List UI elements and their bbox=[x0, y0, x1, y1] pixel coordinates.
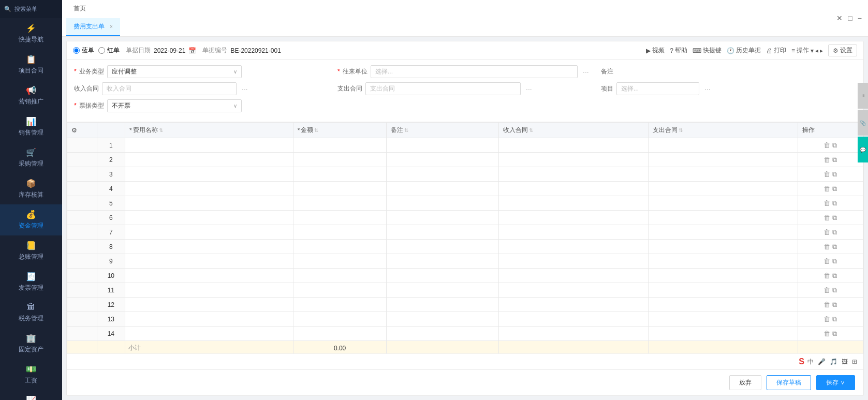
row-amount-10[interactable] bbox=[293, 269, 387, 283]
delete-icon-9[interactable]: 🗑 bbox=[823, 257, 830, 265]
partner-more-btn[interactable]: ··· bbox=[583, 68, 589, 76]
row-note-7[interactable] bbox=[387, 225, 499, 240]
row-expense-8[interactable] bbox=[648, 240, 798, 254]
row-income-14[interactable] bbox=[498, 327, 648, 341]
delete-icon-14[interactable]: 🗑 bbox=[823, 330, 830, 337]
row-income-7[interactable] bbox=[498, 225, 648, 240]
row-note-4[interactable] bbox=[387, 182, 499, 196]
copy-icon-6[interactable]: ⧉ bbox=[832, 214, 837, 222]
row-income-2[interactable] bbox=[498, 153, 648, 167]
row-expense-1[interactable] bbox=[648, 138, 798, 153]
radio-red[interactable]: 红单 bbox=[98, 46, 120, 55]
sidebar-item-quick-nav[interactable]: ⚡快捷导航 bbox=[0, 18, 62, 49]
brand-tool-2[interactable]: 🎤 bbox=[818, 358, 826, 365]
row-amount-6[interactable] bbox=[293, 211, 387, 225]
right-edge-btn-2[interactable]: 📎 bbox=[858, 110, 868, 136]
sidebar-item-tax-mgmt[interactable]: 🏛税务管理 bbox=[0, 298, 62, 328]
row-amount-5[interactable] bbox=[293, 196, 387, 211]
tab-expense[interactable]: 费用支出单× bbox=[66, 18, 120, 36]
invoice-type-input[interactable]: 不开票 ∨ bbox=[107, 99, 242, 112]
row-amount-13[interactable] bbox=[293, 312, 387, 327]
calendar-icon[interactable]: 📅 bbox=[188, 47, 196, 54]
print-btn[interactable]: 🖨 打印 bbox=[766, 46, 786, 55]
copy-icon-12[interactable]: ⧉ bbox=[832, 301, 837, 309]
row-expense-name-3[interactable] bbox=[125, 167, 293, 182]
row-expense-name-8[interactable] bbox=[125, 240, 293, 254]
sidebar-item-project-contract[interactable]: 📋项目合同 bbox=[0, 49, 62, 80]
sidebar-item-purchase-mgmt[interactable]: 🛒采购管理 bbox=[0, 142, 62, 173]
row-note-10[interactable] bbox=[387, 269, 499, 283]
right-edge-btn-3[interactable]: 💬 bbox=[858, 137, 868, 162]
shortcut-btn[interactable]: ⌨ 快捷键 bbox=[693, 46, 722, 55]
sidebar-item-sales-promo[interactable]: 📢营销推广 bbox=[0, 80, 62, 111]
tab-close-expense[interactable]: × bbox=[110, 24, 113, 29]
brand-tool-1[interactable]: 中 bbox=[807, 358, 814, 366]
project-more-btn[interactable]: ··· bbox=[704, 85, 711, 93]
th-settings[interactable]: ⚙ bbox=[67, 123, 97, 138]
brand-tool-4[interactable]: 🖼 bbox=[842, 358, 848, 365]
row-expense-11[interactable] bbox=[648, 283, 798, 298]
copy-icon-3[interactable]: ⧉ bbox=[832, 170, 837, 179]
copy-icon-8[interactable]: ⧉ bbox=[832, 243, 837, 251]
row-amount-1[interactable] bbox=[293, 138, 387, 153]
row-expense-5[interactable] bbox=[648, 196, 798, 211]
radio-blue[interactable]: 蓝单 bbox=[73, 46, 94, 55]
delete-icon-3[interactable]: 🗑 bbox=[823, 170, 830, 178]
project-input[interactable]: 选择... bbox=[616, 82, 699, 95]
delete-icon-5[interactable]: 🗑 bbox=[823, 199, 830, 207]
income-contract-input[interactable]: 收入合同 bbox=[102, 82, 237, 95]
sidebar-item-payroll[interactable]: 💵工资 bbox=[0, 359, 62, 390]
row-amount-12[interactable] bbox=[293, 298, 387, 312]
row-expense-name-2[interactable] bbox=[125, 153, 293, 167]
save-draft-button[interactable]: 保存草稿 bbox=[767, 375, 811, 390]
copy-icon-7[interactable]: ⧉ bbox=[832, 228, 837, 236]
row-note-1[interactable] bbox=[387, 138, 499, 153]
row-expense-name-1[interactable] bbox=[125, 138, 293, 153]
help-btn[interactable]: ? 帮助 bbox=[670, 46, 687, 55]
row-expense-name-9[interactable] bbox=[125, 254, 293, 269]
window-max-button[interactable]: □ bbox=[846, 13, 854, 23]
right-edge-btn-1[interactable]: ≡ bbox=[858, 83, 868, 109]
row-amount-4[interactable] bbox=[293, 182, 387, 196]
row-expense-7[interactable] bbox=[648, 225, 798, 240]
copy-icon-1[interactable]: ⧉ bbox=[832, 141, 837, 150]
delete-icon-11[interactable]: 🗑 bbox=[823, 286, 830, 294]
row-amount-7[interactable] bbox=[293, 225, 387, 240]
row-note-13[interactable] bbox=[387, 312, 499, 327]
row-amount-8[interactable] bbox=[293, 240, 387, 254]
row-note-2[interactable] bbox=[387, 153, 499, 167]
row-note-9[interactable] bbox=[387, 254, 499, 269]
sidebar-item-capital-mgmt[interactable]: 💰资金管理 bbox=[0, 204, 62, 235]
copy-icon-13[interactable]: ⧉ bbox=[832, 315, 837, 323]
delete-icon-13[interactable]: 🗑 bbox=[823, 315, 830, 323]
delete-icon-1[interactable]: 🗑 bbox=[823, 141, 830, 149]
discard-button[interactable]: 放弃 bbox=[729, 375, 761, 390]
row-amount-14[interactable] bbox=[293, 327, 387, 341]
expense-contract-more-btn[interactable]: ··· bbox=[526, 85, 532, 93]
video-btn[interactable]: ▶ 视频 bbox=[646, 46, 665, 55]
copy-icon-5[interactable]: ⧉ bbox=[832, 199, 837, 208]
income-contract-more-btn[interactable]: ··· bbox=[242, 85, 248, 93]
row-expense-10[interactable] bbox=[648, 269, 798, 283]
brand-tool-5[interactable]: ⊞ bbox=[852, 358, 857, 365]
row-expense-3[interactable] bbox=[648, 167, 798, 182]
row-note-5[interactable] bbox=[387, 196, 499, 211]
sort-icon[interactable]: ⇅ bbox=[679, 127, 683, 133]
row-expense-name-13[interactable] bbox=[125, 312, 293, 327]
row-note-3[interactable] bbox=[387, 167, 499, 182]
delete-icon-2[interactable]: 🗑 bbox=[823, 156, 830, 164]
sidebar-item-sales-mgmt[interactable]: 📊销售管理 bbox=[0, 111, 62, 142]
copy-icon-10[interactable]: ⧉ bbox=[832, 272, 837, 280]
row-note-8[interactable] bbox=[387, 240, 499, 254]
row-expense-6[interactable] bbox=[648, 211, 798, 225]
row-expense-name-6[interactable] bbox=[125, 211, 293, 225]
ops-btn[interactable]: ≡ 操作 ▾ ◂ ▸ bbox=[791, 46, 823, 55]
save-button[interactable]: 保存 ∨ bbox=[816, 375, 855, 390]
row-income-3[interactable] bbox=[498, 167, 648, 182]
row-amount-3[interactable] bbox=[293, 167, 387, 182]
row-income-1[interactable] bbox=[498, 138, 648, 153]
delete-icon-8[interactable]: 🗑 bbox=[823, 243, 830, 250]
sidebar-search[interactable]: 🔍 搜索菜单 bbox=[0, 0, 62, 18]
row-expense-14[interactable] bbox=[648, 327, 798, 341]
sort-icon[interactable]: ⇅ bbox=[529, 127, 533, 133]
